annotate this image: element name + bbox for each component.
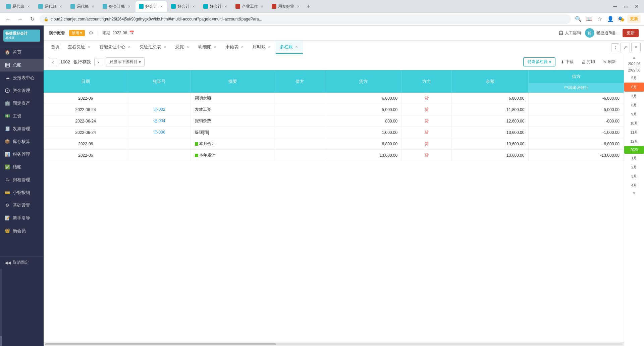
filter-subcategory-button[interactable]: 只显示下级科目 ▾ bbox=[106, 57, 145, 66]
settings-icon-btn[interactable]: ⚙ bbox=[89, 30, 93, 36]
tab-balance-table[interactable]: 余额表 ✕ bbox=[221, 41, 249, 54]
sidebar-item-settlement[interactable]: ✅ 结账 bbox=[0, 161, 44, 174]
tab-close-3[interactable]: ✕ bbox=[91, 4, 95, 9]
reader-mode-icon[interactable]: 📖 bbox=[584, 14, 594, 24]
update-browser-button[interactable]: 更新 bbox=[627, 15, 641, 23]
month-item-11[interactable]: 11月 bbox=[624, 128, 644, 137]
month-item-6[interactable]: 6月 bbox=[624, 83, 644, 92]
tab-close-1[interactable]: ✕ bbox=[26, 4, 31, 9]
month-item-5[interactable]: 5月 bbox=[624, 73, 644, 83]
refresh-button[interactable]: ↻ 刷新 bbox=[600, 58, 619, 66]
sidebar-item-invoice[interactable]: 🧾 发票管理 bbox=[0, 122, 44, 135]
maximize-button[interactable]: ▭ bbox=[621, 2, 631, 11]
tab-general-ledger-close[interactable]: ✕ bbox=[185, 45, 190, 49]
tab-close-8[interactable]: ✕ bbox=[260, 4, 264, 9]
print-button[interactable]: 🖨 打印 bbox=[579, 58, 598, 66]
month-item-10[interactable]: 10月 bbox=[624, 119, 644, 128]
tab-close-5[interactable]: ✕ bbox=[159, 4, 164, 9]
tab-sequence-ledger-close[interactable]: ✕ bbox=[267, 45, 272, 49]
incognito-icon[interactable]: 🎭 bbox=[616, 14, 626, 24]
special-multi-btn[interactable]: 特殊多栏账 ▾ bbox=[523, 57, 555, 66]
sidebar-item-fixed-assets[interactable]: 🏢 固定资产 bbox=[0, 97, 44, 110]
tab-voucher-summary-close[interactable]: ✕ bbox=[163, 45, 167, 49]
tab-balance-table-close[interactable]: ✕ bbox=[240, 45, 245, 49]
profile-icon[interactable]: 👤 bbox=[606, 14, 615, 24]
sidebar-item-cloud-report[interactable]: ☁ 云报表中心 bbox=[0, 71, 44, 84]
tab-view-voucher[interactable]: 查看凭证 ✕ bbox=[64, 41, 95, 54]
collapse-tabs-button[interactable]: ⟨ bbox=[611, 43, 619, 51]
expand-tabs-button[interactable]: ⤢ bbox=[621, 43, 630, 52]
tab-detail-ledger[interactable]: 明细账 ✕ bbox=[194, 41, 221, 54]
year-2023-label[interactable]: 2023 bbox=[624, 146, 644, 154]
month-item-7[interactable]: 7月 bbox=[624, 92, 644, 101]
month-item-feb[interactable]: 2月 bbox=[624, 163, 644, 172]
search-icon[interactable]: 🔍 bbox=[574, 14, 583, 24]
tab-close-6[interactable]: ✕ bbox=[191, 4, 196, 9]
cell-voucher[interactable]: 记-004 bbox=[128, 115, 191, 127]
close-panel-button[interactable]: ✕ bbox=[631, 43, 641, 52]
bookmark-icon[interactable]: ☆ bbox=[595, 14, 604, 24]
tab-smart-center[interactable]: 智能凭证中心 ✕ bbox=[95, 41, 136, 54]
browser-tab-5[interactable]: 好会计 ✕ bbox=[136, 1, 167, 12]
sidebar-item-expense[interactable]: 💳 小畅报销 bbox=[0, 186, 44, 199]
tab-multi-column-close[interactable]: ✕ bbox=[294, 45, 299, 49]
browser-tab-8[interactable]: 企业工作 ✕ bbox=[232, 1, 268, 12]
update-button[interactable]: 更新 bbox=[623, 29, 639, 37]
month-scroll-up[interactable]: ▲ bbox=[630, 54, 639, 61]
month-item-9[interactable]: 9月 bbox=[624, 110, 644, 119]
user-area[interactable]: 畅 畅捷通B组... bbox=[585, 28, 619, 38]
sidebar-item-inventory[interactable]: 📦 库存核算 bbox=[0, 135, 44, 148]
sidebar-item-payroll[interactable]: 💵 工资 bbox=[0, 110, 44, 122]
month-scroll-down[interactable]: ▼ bbox=[630, 190, 639, 197]
tab-general-ledger[interactable]: 总账 ✕ bbox=[171, 41, 194, 54]
tab-voucher-summary[interactable]: 凭证汇总表 ✕ bbox=[136, 41, 171, 54]
minimize-button[interactable]: ─ bbox=[610, 2, 620, 11]
sidebar-item-archive[interactable]: 🗂 归档管理 bbox=[0, 174, 44, 186]
tab-close-4[interactable]: ✕ bbox=[127, 4, 131, 9]
tab-home[interactable]: 首页 bbox=[47, 41, 64, 54]
month-item-mar[interactable]: 3月 bbox=[624, 172, 644, 181]
tab-close-9[interactable]: ✕ bbox=[296, 4, 301, 9]
sidebar-item-basic-settings[interactable]: ⚙ 基础设置 bbox=[0, 199, 44, 212]
cell-voucher[interactable]: 记-002 bbox=[128, 104, 191, 115]
sidebar-item-membership[interactable]: 👑 畅会员 bbox=[0, 225, 44, 237]
browser-tab-6[interactable]: 好会计 ✕ bbox=[168, 1, 199, 12]
browser-tab-2[interactable]: 易代账 ✕ bbox=[35, 1, 66, 12]
sidebar-item-home[interactable]: 🏠 首页 bbox=[0, 46, 44, 59]
tab-close-7[interactable]: ✕ bbox=[223, 4, 228, 9]
browser-tab-1[interactable]: 易代账 ✕ bbox=[3, 1, 34, 12]
unpin-button[interactable]: ◀◀ 取消固定 bbox=[0, 256, 44, 269]
month-item-12[interactable]: 12月 bbox=[624, 137, 644, 146]
browser-tab-9[interactable]: 用友好业 ✕ bbox=[268, 1, 304, 12]
prev-account-button[interactable]: ‹ bbox=[49, 58, 57, 66]
calendar-icon[interactable]: 📅 bbox=[129, 31, 134, 35]
month-item-apr[interactable]: 4月 bbox=[624, 181, 644, 190]
month-item-8[interactable]: 8月 bbox=[624, 101, 644, 110]
download-button[interactable]: ⬇ 下载 bbox=[558, 58, 576, 66]
refresh-button[interactable]: ↻ bbox=[28, 14, 37, 24]
browser-tab-4[interactable]: 好会计账 ✕ bbox=[99, 1, 135, 12]
sidebar-item-tax[interactable]: 📊 税务管理 bbox=[0, 148, 44, 161]
new-tab-button[interactable]: + bbox=[305, 2, 313, 10]
tab-multi-column[interactable]: 多栏账 ✕ bbox=[276, 41, 303, 54]
url-bar[interactable]: 🔒 cloud2.chanjet.com/accounting/uh26t264… bbox=[40, 14, 571, 24]
tab-view-voucher-close[interactable]: ✕ bbox=[87, 45, 91, 49]
horizontal-scrollbar[interactable] bbox=[44, 342, 624, 346]
tab-close-2[interactable]: ✕ bbox=[58, 4, 63, 9]
month-item-jan[interactable]: 1月 bbox=[624, 154, 644, 163]
sidebar-item-guide[interactable]: 📝 新手引导 bbox=[0, 212, 44, 225]
close-window-button[interactable]: ✕ bbox=[632, 2, 641, 11]
tab-smart-center-close[interactable]: ✕ bbox=[127, 45, 131, 49]
cell-voucher[interactable]: 记-006 bbox=[128, 127, 191, 138]
forward-button[interactable]: → bbox=[15, 14, 25, 24]
browser-tab-7[interactable]: 好会计 ✕ bbox=[200, 1, 231, 12]
consulting-button[interactable]: 🎧 人工咨询 bbox=[558, 30, 581, 36]
sidebar-item-general-ledger[interactable]: 总账 bbox=[0, 59, 44, 71]
tab-detail-ledger-close[interactable]: ✕ bbox=[213, 45, 217, 49]
demo-badge[interactable]: 禁用 ▾ bbox=[69, 30, 85, 36]
sidebar-scrollbar[interactable] bbox=[0, 269, 2, 346]
tab-sequence-ledger[interactable]: 序时账 ✕ bbox=[249, 41, 276, 54]
back-button[interactable]: ← bbox=[3, 14, 13, 24]
next-account-button[interactable]: › bbox=[94, 58, 102, 66]
browser-tab-3[interactable]: 易代账 ✕ bbox=[67, 1, 99, 12]
